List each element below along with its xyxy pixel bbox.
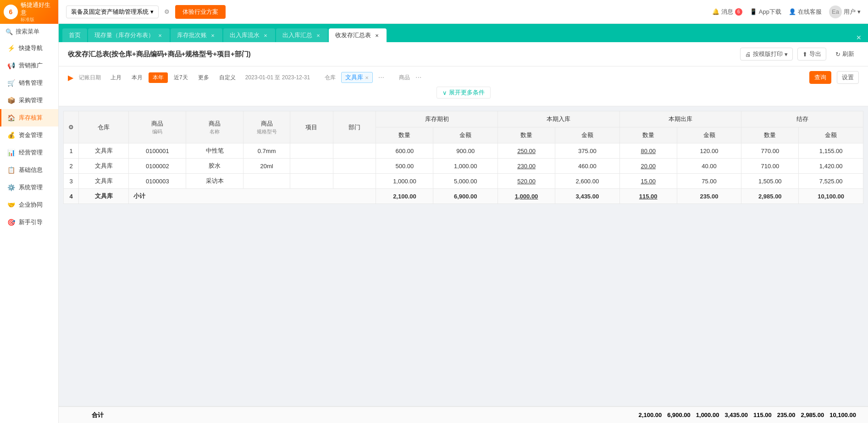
- notifications-button[interactable]: 🔔 消息 6: [712, 8, 742, 16]
- gear-icon[interactable]: ⚙: [164, 8, 170, 15]
- settings-button[interactable]: 设置: [837, 71, 859, 84]
- tabbar: 首页 现存量（库存分布表） × 库存批次账 × 出入库流水 × 出入库汇总 × …: [59, 24, 868, 42]
- th-project: 项目: [290, 111, 333, 143]
- warehouse-more-btn[interactable]: ···: [378, 73, 384, 82]
- printer-icon: 🖨: [745, 51, 751, 58]
- sidebar-search[interactable]: 🔍 搜索菜单: [0, 24, 58, 39]
- row2-no: 2: [64, 159, 79, 174]
- sidebar-item-sales[interactable]: 🛒 销售管理: [0, 74, 58, 92]
- close-all-icon[interactable]: ✕: [853, 33, 864, 42]
- close-all-tabs: ✕: [853, 33, 864, 42]
- tab-inout-flow[interactable]: 出入库流水 ×: [223, 28, 275, 42]
- row1-closing-qty: 770.00: [741, 143, 799, 159]
- row3-in-qty[interactable]: 520.00: [498, 174, 555, 189]
- print-button[interactable]: 🖨 按模版打印 ▾: [740, 48, 793, 60]
- subtotal-out-amt: 235.00: [677, 189, 741, 204]
- row2-out-qty[interactable]: 20.00: [619, 159, 677, 174]
- date-btn-7days[interactable]: 近7天: [170, 72, 192, 83]
- system-name: 装备及固定资产辅助管理系统: [71, 8, 149, 16]
- warehouse-tag-close[interactable]: ×: [365, 74, 369, 81]
- download-icon: 📱: [750, 8, 757, 15]
- guide-icon: 🎯: [7, 218, 15, 226]
- total-in-amt: 3,435.00: [722, 410, 751, 420]
- date-btn-this-month[interactable]: 本月: [127, 72, 147, 83]
- row3-closing-amt: 7,525.00: [799, 174, 863, 189]
- online-service-button[interactable]: 👤 在线客服: [789, 8, 822, 16]
- sidebar-item-guide[interactable]: 🎯 新手引导: [0, 214, 58, 231]
- warehouse-tag[interactable]: 文具库 ×: [341, 72, 373, 83]
- th-opening-qty: 数量: [376, 127, 433, 143]
- try-industry-button[interactable]: 体验行业方案: [175, 5, 226, 19]
- goods-more-btn[interactable]: ···: [415, 73, 421, 82]
- tab-recv-summary[interactable]: 收发存汇总表 ×: [329, 28, 387, 42]
- total-in-qty: 1,000.00: [693, 410, 722, 420]
- row1-opening-qty: 600.00: [376, 143, 433, 159]
- bell-icon: 🔔: [712, 8, 719, 15]
- table-row: 2 文具库 0100002 胶水 20ml 500.00 1,000.00 23…: [64, 159, 863, 174]
- expand-more-conditions[interactable]: ∨ 展开更多条件: [437, 87, 491, 99]
- row1-in-qty[interactable]: 250.00: [498, 143, 555, 159]
- date-btn-custom[interactable]: 自定义: [215, 72, 240, 83]
- table-body: 1 文具库 0100001 中性笔 0.7mm 600.00 900.00 25…: [64, 143, 863, 204]
- th-settings[interactable]: ⚙: [64, 111, 79, 143]
- subtotal-row: 4 文具库 小计 2,100.00 6,900.00 1,000.00 3,43…: [64, 189, 863, 204]
- subtotal-out-qty[interactable]: 115.00: [619, 189, 677, 204]
- row1-out-qty[interactable]: 80.00: [619, 143, 677, 159]
- row2-closing-qty: 710.00: [741, 159, 799, 174]
- page-header: 收发存汇总表(按仓库+商品编码+商品+规格型号+项目+部门) 🖨 按模版打印 ▾…: [59, 42, 868, 66]
- row3-project: [290, 174, 333, 189]
- sidebar-item-inventory[interactable]: 🏠 库存核算: [0, 109, 58, 126]
- row3-opening-qty: 1,000.00: [376, 174, 433, 189]
- date-btn-this-year[interactable]: 本年: [149, 72, 168, 83]
- sidebar-item-basic[interactable]: 📋 基础信息: [0, 161, 58, 179]
- date-btn-last-month[interactable]: 上月: [106, 72, 126, 83]
- sidebar-item-finance[interactable]: 💰 资金管理: [0, 126, 58, 144]
- query-button[interactable]: 查询: [809, 71, 831, 84]
- sidebar-item-quick-nav[interactable]: ⚡ 快捷导航: [0, 39, 58, 57]
- row2-in-qty[interactable]: 230.00: [498, 159, 555, 174]
- th-spec: 商品规格型号: [243, 111, 290, 143]
- row1-in-amt: 375.00: [555, 143, 620, 159]
- data-table: ⚙ 仓库 商品编码 商品名称 商品规格型号 项目 部门 库存期初 本期入库 本期…: [63, 111, 863, 204]
- sidebar-item-purchase[interactable]: 📦 采购管理: [0, 92, 58, 109]
- tab-home[interactable]: 首页: [62, 28, 87, 42]
- date-btn-more[interactable]: 更多: [194, 72, 213, 83]
- tab-close-batch-ledger[interactable]: ×: [210, 32, 216, 38]
- sidebar-item-system[interactable]: ⚙️ 系统管理: [0, 179, 58, 196]
- row3-in-amt: 2,600.00: [555, 174, 620, 189]
- th-code: 商品编码: [129, 111, 186, 143]
- row2-closing-amt: 1,420.00: [799, 159, 863, 174]
- subtotal-no: 4: [64, 189, 79, 204]
- tab-close-recv-summary[interactable]: ×: [374, 32, 380, 38]
- tab-batch-ledger[interactable]: 库存批次账 ×: [171, 28, 222, 42]
- row3-code: 0100003: [129, 174, 186, 189]
- row1-out-amt: 120.00: [677, 143, 741, 159]
- row2-project: [290, 159, 333, 174]
- row3-out-qty[interactable]: 15.00: [619, 174, 677, 189]
- sidebar-item-marketing[interactable]: 📢 营销推广: [0, 57, 58, 74]
- export-button[interactable]: ⬆ 导出: [797, 48, 826, 60]
- row2-name: 胶水: [186, 159, 243, 174]
- app-download-button[interactable]: 📱 App下载: [750, 8, 781, 16]
- system-selector[interactable]: 装备及固定资产辅助管理系统 ▾: [66, 5, 159, 18]
- tab-close-inventory-dist[interactable]: ×: [157, 32, 163, 38]
- sidebar-item-operations[interactable]: 📊 经营管理: [0, 144, 58, 161]
- total-out-qty: 115.00: [751, 410, 774, 420]
- tab-inventory-dist[interactable]: 现存量（库存分布表） ×: [88, 28, 170, 42]
- tab-close-inout-flow[interactable]: ×: [262, 32, 269, 38]
- tab-inout-summary[interactable]: 出入库汇总 ×: [276, 28, 328, 42]
- th-in-amt: 金额: [555, 127, 620, 143]
- marketing-icon: 📢: [7, 61, 15, 70]
- subtotal-closing-qty: 2,985.00: [741, 189, 799, 204]
- topbar-actions: 🔔 消息 6 📱 App下载 👤 在线客服 Ea 用户 ▾: [712, 5, 861, 18]
- finance-icon: 💰: [7, 131, 15, 139]
- sidebar-item-collab[interactable]: 🤝 企业协同: [0, 196, 58, 214]
- refresh-button[interactable]: ↻ 刷新: [831, 48, 859, 60]
- total-opening-qty: 2,100.00: [636, 410, 665, 420]
- expand-collapse-btn[interactable]: ▶: [68, 73, 73, 82]
- user-menu[interactable]: Ea 用户 ▾: [829, 5, 861, 18]
- th-dept: 部门: [333, 111, 376, 143]
- tab-close-inout-summary[interactable]: ×: [315, 32, 321, 38]
- subtotal-in-qty[interactable]: 1,000.00: [498, 189, 555, 204]
- filter-bar: ▶ 记账日期 上月 本月 本年 近7天 更多 自定义 2023-01-01 至 …: [59, 66, 868, 106]
